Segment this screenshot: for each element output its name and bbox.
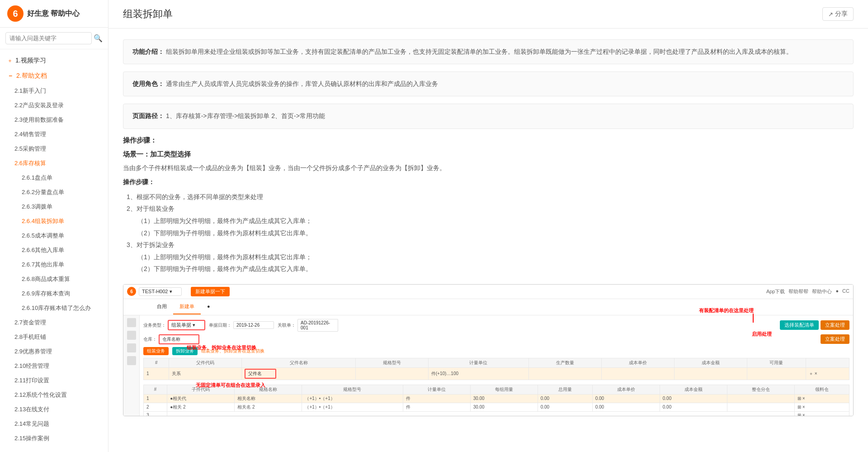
- mock-btd-tq2: 0.00: [538, 403, 592, 411]
- path-text: 1、库存核算->库存管理->组装拆卸单 2、首页->常用功能: [166, 112, 325, 119]
- mock-btd-name2: 相关名 2: [235, 403, 302, 411]
- mock-side-icon-2: [127, 331, 136, 340]
- step3: 3、对于拆柒业务: [127, 239, 854, 251]
- mock-form-area: 业务类型： 组装单据 ▾ 单据日期： 2019-12-26 关联单： AD-20…: [140, 315, 853, 416]
- sidebar-item-assembly[interactable]: 2.6.4组装拆卸单: [0, 214, 108, 228]
- mock-select-bom-btn: 选择装配清单: [780, 320, 819, 330]
- step2-sub2: （2）下部明细为子件明细，最终作为原材料生成其它出库单。: [137, 227, 854, 239]
- mock-btd-lh1: ⊞ ×: [794, 394, 849, 403]
- mock-assoc-label: 关联单：: [278, 322, 296, 328]
- sidebar-item-other-out[interactable]: 2.6.7其他出库单: [0, 257, 108, 272]
- sidebar-item-cases[interactable]: 2.15操作案例: [0, 431, 108, 446]
- sidebar-item-videos[interactable]: ＋ 1.视频学习: [0, 53, 108, 68]
- mock-tab-new: 新建单: [173, 300, 201, 314]
- mock-confirm-btn: 立案处理: [821, 320, 849, 330]
- mock-assoc-input: AD-20191226-001: [297, 319, 338, 332]
- sidebar-item-online-pay[interactable]: 2.13在线支付: [0, 402, 108, 417]
- sidebar-item-sales[interactable]: 2.4销售管理: [0, 127, 108, 142]
- sidebar-item-split-stock[interactable]: 2.6.2分量盘点单: [0, 185, 108, 200]
- sidebar-item-cost-recalc[interactable]: 2.6.8商品成本重算: [0, 272, 108, 286]
- mock-tab-home: 自用: [151, 300, 173, 314]
- sidebar-item-adjust[interactable]: 2.6.3调拨单: [0, 200, 108, 214]
- sidebar-item-system-config[interactable]: 2.12系统个性化设置: [0, 388, 108, 402]
- sidebar-item-install[interactable]: 2.2产品安装及登录: [0, 98, 108, 113]
- mock-tab-dot: ●: [201, 300, 217, 314]
- sidebar-item-newcomer[interactable]: 2.1新手入门: [0, 84, 108, 98]
- page-title: 组装拆卸单: [123, 7, 173, 21]
- mock-btd-lh2: ⊞ ×: [794, 403, 849, 411]
- mock-sidebar-icons: [123, 315, 140, 416]
- mock-th-part-name: 父件名称: [242, 358, 356, 367]
- app-title: 好生意 帮助中心: [27, 9, 80, 19]
- mock-help-icon: 帮助帮帮: [788, 288, 808, 295]
- sidebar-item-print[interactable]: 2.11打印设置: [0, 373, 108, 388]
- mock-assembly-badge: 组装业务: [143, 347, 169, 355]
- mock-bth-unit: 计量单位: [403, 385, 470, 394]
- sidebar-item-docs[interactable]: － 2.帮助文档: [0, 68, 108, 84]
- mock-td-code: 关系: [169, 367, 242, 380]
- mock-btd-ops3: ⊞ ×: [794, 411, 849, 416]
- sidebar-item-inventory[interactable]: 2.6库存核算: [0, 156, 108, 171]
- mock-bth-sub-code: 子件代码: [167, 385, 235, 394]
- mock-btd-code1: ●相关代: [167, 394, 235, 403]
- mock-btd-num1: 1: [144, 394, 167, 403]
- content-body: 功能介绍： 组装拆卸单用来处理企业组装或拆卸等加工业务，支持有固定装配清单的产品…: [108, 29, 868, 452]
- mock-td-qty: [529, 367, 602, 380]
- mock-td-avail: [747, 367, 806, 380]
- mock-date-label: 单据日期：: [209, 322, 231, 328]
- sidebar-item-mobile[interactable]: 2.8手机旺铺: [0, 330, 108, 344]
- mock-bottom-table: # 子件代码 规格名称 规格型号 计量单位 每组用量 总用量 成本单价 成本金额: [143, 385, 849, 416]
- mock-side-icon-3: [127, 343, 136, 352]
- role-text: 通常由生产人员或库管人员完成拆装业务的操作，库管人员确认原材料的出库和产成品的入…: [166, 80, 438, 87]
- mock-topbar: 6 TEST-H002 ▾ 新建单据一下 App下载 帮助帮帮 帮助中心 ● C…: [123, 285, 853, 299]
- share-icon: ↗: [828, 11, 833, 18]
- mock-btd-spec2: （+1）•（+1）: [302, 403, 403, 411]
- mock-company-select: TEST-H002 ▾: [139, 287, 182, 296]
- ops-steps-label: 操作步骤：: [123, 178, 854, 186]
- mock-th-num: #: [144, 358, 169, 367]
- mock-logo: 6: [127, 287, 136, 296]
- mock-btd-pq2: 30.00: [470, 403, 538, 411]
- mock-td-cost-p: [601, 367, 674, 380]
- mock-btd-cp1: 0.00: [592, 394, 660, 403]
- plus-icon: ＋: [7, 57, 13, 65]
- mock-th-unit: 计量单位: [428, 358, 528, 367]
- mock-app-download: App下载: [766, 288, 785, 295]
- table-row: 3 ⊞ ×: [144, 411, 849, 416]
- mock-btd-num3: 3: [144, 411, 167, 416]
- sidebar-item-stocktake[interactable]: 2.6.1盘点单: [0, 171, 108, 185]
- mock-td-spec: [355, 367, 428, 380]
- sidebar-item-operation[interactable]: 2.10经营管理: [0, 359, 108, 373]
- mock-btd-name1: 相关名称: [235, 394, 302, 403]
- sidebar-item-purchase[interactable]: 2.5采购管理: [0, 142, 108, 156]
- path-block: 页面路径： 1、库存核算->库存管理->组装拆卸单 2、首页->常用功能: [123, 104, 854, 128]
- minus-icon: －: [7, 72, 14, 80]
- table-row: 1 ●相关代 相关名称 （+1）•（+1） 件 30.00 0.00 0.00: [144, 394, 849, 403]
- nav-list: ＋ 1.视频学习 － 2.帮助文档 2.1新手入门 2.2产品安装及登录 2.3…: [0, 49, 108, 452]
- sidebar-item-finance[interactable]: 2.7资金管理: [0, 315, 108, 330]
- ops-steps-title: 操作步骤：: [123, 136, 854, 145]
- mock-btd-wh1: [727, 394, 794, 403]
- mock-btd-wh2: [727, 403, 794, 411]
- share-button[interactable]: ↗ 分享: [822, 7, 854, 21]
- table-row: 2 ●相关 2 相关名 2 （+1）•（+1） 件 30.00 0.00 0.0…: [144, 403, 849, 411]
- mock-type-select: 组装单据 ▾: [168, 320, 205, 330]
- mock-top-icons: App下载 帮助帮帮 帮助中心 ● CC: [766, 288, 849, 295]
- sidebar-item-account-err[interactable]: 2.6.10库存账本错了怎么办: [0, 301, 108, 315]
- sidebar-item-cost-adjust[interactable]: 2.6.5成本调整单: [0, 228, 108, 243]
- sidebar-item-other-in[interactable]: 2.6.6其他入库单: [0, 243, 108, 257]
- search-input[interactable]: [5, 32, 92, 44]
- search-button[interactable]: 🔍: [94, 34, 103, 43]
- mock-bth-per-qty: 每组用量: [470, 385, 538, 394]
- sidebar-item-coupon[interactable]: 2.9优惠券管理: [0, 344, 108, 359]
- mock-enable-label: 组装业务、拆卸业务在这里切换: [201, 348, 264, 354]
- mock-th-cost-price: 成本单价: [601, 358, 674, 367]
- path-label: 页面路径：: [132, 112, 164, 119]
- mock-td-num: 1: [144, 367, 169, 380]
- sidebar-item-prepare[interactable]: 2.3使用前数据准备: [0, 113, 108, 127]
- scene1-title: 场景一：加工类型选择: [123, 150, 854, 159]
- step3-sub2: （2）下部明细为子件明细，最终作为产成品生成其它入库单。: [137, 263, 854, 275]
- mock-new-order-btn: 新建单据一下: [191, 287, 230, 296]
- sidebar-item-stock-check[interactable]: 2.6.9库存账本查询: [0, 286, 108, 301]
- sidebar-item-faq[interactable]: 2.14常见问题: [0, 417, 108, 431]
